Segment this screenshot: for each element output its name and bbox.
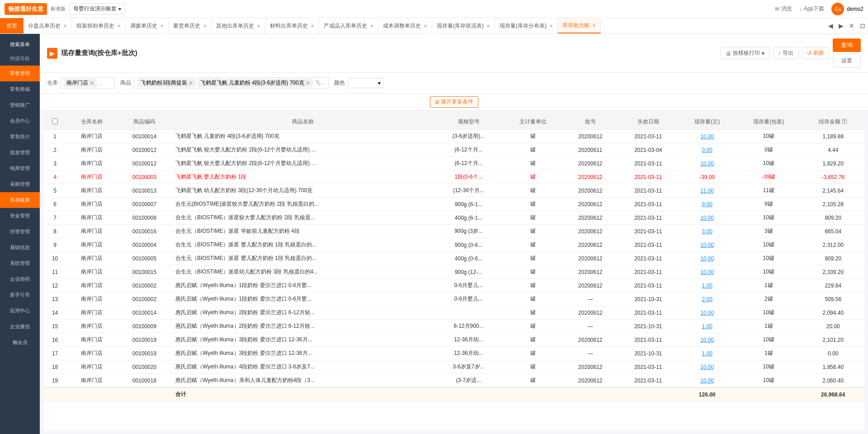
cell-code: 00100012 [117,157,172,170]
cell-qty-main[interactable]: 10.00 [679,374,736,388]
cell-batch: — [563,347,618,360]
messages-btn[interactable]: ✉ 消息 [775,5,792,13]
cell-code: 00100020 [117,360,172,374]
cell-code: 00100004 [117,238,172,252]
sidebar-item-purchase[interactable]: 采购管理 [0,176,40,192]
sidebar-item-member2[interactable]: 畅会员 [0,335,40,350]
sidebar-item-ecommerce[interactable]: 电商管理 [0,160,40,176]
sidebar-quicknav[interactable]: 快捷导航 [0,52,40,66]
sidebar-item-appstore[interactable]: 应用中心 [0,303,40,319]
sidebar-search[interactable]: 搜索菜单 [0,38,40,52]
sidebar-item-retail[interactable]: 零售管理 [0,66,40,81]
tab-close-qita[interactable]: ✕ [257,24,260,28]
cell-qty-main[interactable]: 10.00 [679,265,736,279]
refresh-btn[interactable]: ↺ 刷新 [802,47,829,59]
cell-qty-main[interactable]: 1.00 [679,347,736,360]
table-row: 19 南岸门店 00100018 惠氏启赋（Wyeth illuma）亲和人体儿… [43,374,864,388]
warehouse-input[interactable]: 南岸门店 ✕ ... [61,77,115,89]
expand-conditions-btn[interactable]: ⊞ 展开更多条件 [430,96,478,108]
tab-close-cailiao[interactable]: ✕ [311,24,314,28]
cell-code: 00100016 [117,225,172,238]
cell-unit: 罐 [503,130,563,143]
tab-qita[interactable]: 其他出库单历史 ✕ [212,18,265,33]
sidebar-item-member[interactable]: 会员中心 [0,113,40,129]
tab-close-xiancun2[interactable]: ✕ [549,24,553,28]
tab-xiancun1[interactable]: 现存量(库存状况表) ✕ [432,18,495,33]
app-download-btn[interactable]: ↓ App下载 [799,5,824,13]
sidebar-item-wechat[interactable]: 企业微信 [0,319,40,335]
expand-column-btn[interactable]: ▶ [47,48,57,59]
cell-qty-main[interactable]: 10.00 [679,238,736,252]
cell-qty-main[interactable]: 0.00 [679,143,736,157]
sidebar-item-inventory[interactable]: 库存核算 [0,192,40,208]
export-btn[interactable]: ↑ 导出 [773,47,798,59]
cell-qty-main[interactable]: 10.00 [679,157,736,170]
tab-close-fenpan[interactable]: ✕ [63,24,67,28]
cell-qty-main[interactable]: 10.00 [679,252,736,265]
product-tag-1-remove[interactable]: ✕ [189,80,193,86]
query-btn[interactable]: 查询 [833,38,861,52]
org-selector[interactable]: 母婴行业演示账套 ▾ [69,3,125,14]
tab-menu-btn[interactable]: ⊡ [857,22,868,29]
cell-unit: 罐 [503,238,563,252]
tab-diaob[interactable]: 调拨单历史 ✕ [126,18,169,33]
sidebar-item-operations[interactable]: 经营管理 [0,224,40,240]
tab-home[interactable]: 首页 [0,18,24,33]
sidebar-item-mall[interactable]: 零售商城 [0,81,40,97]
print-btn[interactable]: 🖨 按模板打印 ▾ [721,47,769,59]
cell-qty-main[interactable]: 11.00 [679,184,736,198]
cell-unit: 罐 [503,320,563,333]
cell-qty-main[interactable]: 10.00 [679,306,736,320]
tab-close-diaob[interactable]: ✕ [160,24,164,28]
tab-zuche[interactable]: 组装拆卸单历史 ✕ [72,18,126,33]
cell-batch: 20200612 [563,184,618,198]
main-layout: 搜索菜单 快捷导航 零售管理 零售商城 营销推广 会员中心 零售统计 批发管理 … [0,34,868,434]
sidebar-item-guide[interactable]: 新手引导 [0,287,40,303]
tab-prev-btn[interactable]: ◀ [826,22,836,29]
cell-qty-main[interactable]: 3.00 [679,225,736,238]
warehouse-tag-remove[interactable]: ✕ [90,80,94,86]
table-row: 13 南岸门店 00100002 惠氏启赋（Wyeth illuma）1段奶粉 … [43,292,864,306]
cell-qty-main[interactable]: 1.00 [679,320,736,333]
tab-yaohuo[interactable]: 要货单历史 ✕ [169,18,212,33]
tab-chanpin[interactable]: 产成品入库单历史 ✕ [319,18,378,33]
sidebar-item-marketing[interactable]: 营销推广 [0,97,40,113]
product-input[interactable]: 飞鹤奶粉3段两提装 ✕ 飞鹤星飞帆 儿童奶粉 4段(3-6岁适用) 700克 ✕… [134,77,329,89]
tab-xiancun2[interactable]: 现存量(库存分布表) ✕ [495,18,558,33]
cell-qty-main[interactable]: 9.00 [679,198,736,211]
tab-cailiao[interactable]: 材料出库单历史 ✕ [265,18,319,33]
tab-close-zuche[interactable]: ✕ [117,24,121,28]
cell-qty-main[interactable]: -39.00 [679,170,736,184]
cell-qty-main[interactable]: 10.00 [679,333,736,347]
cell-amount: 2,101.20 [802,333,865,347]
cell-spec: 3-6岁及7岁... [434,360,503,374]
sidebar-item-system[interactable]: 系统管理 [0,255,40,271]
sidebar-item-finance[interactable]: 资金管理 [0,208,40,224]
settings-btn[interactable]: 设置 [833,54,861,68]
tab-close-all-btn[interactable]: ✕ [846,22,857,29]
sidebar-item-retail-stats[interactable]: 零售统计 [0,129,40,145]
product-tag-2-remove[interactable]: ✕ [306,80,310,86]
tab-close-chanpin[interactable]: ✕ [370,24,373,28]
cell-qty-main[interactable]: 10.00 [679,211,736,225]
sidebar-item-basic[interactable]: 基础信息 [0,240,40,255]
tab-close-xiancun1[interactable]: ✕ [486,24,490,28]
cell-qty-main[interactable]: 10.00 [679,360,736,374]
tab-fenpan[interactable]: 分盘点单历史 ✕ [24,18,72,33]
color-select[interactable]: ▾ [348,78,384,88]
cell-qty-main[interactable]: 1.00 [679,279,736,292]
select-all-checkbox[interactable] [52,118,58,124]
sidebar-item-wholesale[interactable]: 批发管理 [0,145,40,160]
cell-qty-main[interactable]: 2.00 [679,292,736,306]
tab-kucun[interactable]: 库存批次账 ✕ [558,18,601,33]
cell-spec: 400g (6-1... [434,211,503,225]
sidebar-item-collab[interactable]: 企业协同 [0,271,40,287]
cell-amount: 809.20 [802,211,865,225]
tab-close-yaohuo[interactable]: ✕ [203,24,207,28]
tab-next-btn[interactable]: ▶ [836,22,846,29]
cell-qty-main[interactable]: 10.00 [679,130,736,143]
tab-close-chengben[interactable]: ✕ [424,24,427,28]
tab-close-kucun[interactable]: ✕ [592,23,596,28]
cell-name: 飞鹤星飞帆 儿童奶粉 4段(3-6岁适用) 700克 [172,130,434,143]
tab-chengben[interactable]: 成本调整单历史 ✕ [378,18,432,33]
